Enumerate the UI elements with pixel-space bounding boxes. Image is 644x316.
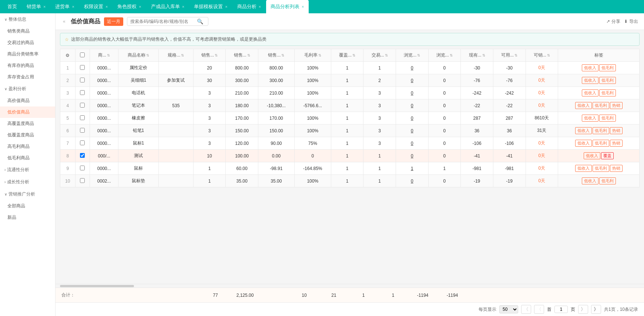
cell-checkbox[interactable]: [75, 87, 90, 99]
col-browse1[interactable]: 浏览...⇅: [396, 49, 429, 62]
close-analysis-list-icon[interactable]: ×: [302, 4, 304, 9]
sidebar-item-new-products[interactable]: 新品: [0, 212, 55, 223]
sidebar-item-low-value[interactable]: 低价值商品: [0, 106, 55, 118]
col-available[interactable]: 可用...⇅: [493, 49, 526, 62]
nav-product-analysis-list[interactable]: 商品分析列表 ×: [266, 0, 308, 13]
cell-checkbox[interactable]: [75, 112, 90, 125]
nav-sales-order[interactable]: 销货单 ×: [22, 0, 50, 13]
row-checkbox[interactable]: [80, 178, 85, 183]
close-role-icon[interactable]: ×: [139, 4, 141, 9]
cell-checkbox[interactable]: [75, 150, 90, 162]
col-profit-rate[interactable]: 毛利率⇅: [294, 49, 331, 62]
sidebar-collapse-button[interactable]: «: [61, 19, 67, 24]
sidebar-item-all-products[interactable]: 全部商品: [0, 200, 55, 212]
sidebar-item-inventory-capital[interactable]: 库存资金占用: [0, 71, 55, 83]
cell-browse1[interactable]: 0: [396, 125, 429, 137]
sidebar-item-in-stock-products[interactable]: 有库存的商品: [0, 60, 55, 71]
sidebar-section-overall[interactable]: ∨ 整体信息: [0, 13, 55, 26]
cell-browse1[interactable]: 0: [396, 175, 429, 187]
close-sales-order-icon[interactable]: ×: [43, 4, 46, 9]
cell-browse1[interactable]: 0: [396, 87, 429, 99]
browse1-link[interactable]: 0: [411, 179, 413, 184]
sidebar-item-high-coverage[interactable]: 高覆盖度商品: [0, 118, 55, 129]
nav-template-settings[interactable]: 单据模板设置 ×: [189, 0, 232, 13]
prev-page-button[interactable]: 〈: [534, 305, 544, 314]
cell-checkbox[interactable]: [75, 99, 90, 112]
sidebar-section-growth[interactable]: › 成长性分析: [0, 176, 55, 188]
sidebar-item-low-margin[interactable]: 低毛利商品: [0, 152, 55, 164]
row-checkbox[interactable]: [80, 103, 85, 108]
col-sales3[interactable]: 销售...⇅: [258, 49, 294, 62]
browse1-link[interactable]: 0: [411, 78, 413, 83]
sidebar-item-high-value[interactable]: 高价值商品: [0, 95, 55, 106]
cell-checkbox[interactable]: [75, 137, 90, 150]
cell-checkbox[interactable]: [75, 175, 90, 187]
sidebar-item-sales-products[interactable]: 销售类商品: [0, 26, 55, 37]
last-page-button[interactable]: 》: [591, 305, 601, 314]
close-purchase-order-icon[interactable]: ×: [72, 4, 74, 9]
sidebar-section-circulation[interactable]: › 流通性分析: [0, 164, 55, 176]
nav-purchase-order[interactable]: 进货单 ×: [51, 0, 78, 13]
col-spec[interactable]: 规格...⇅: [158, 49, 193, 62]
col-current[interactable]: 现有...⇅: [461, 49, 493, 62]
page-size-select[interactable]: 50 100 200: [499, 305, 518, 313]
col-browse2[interactable]: 浏览...⇅: [428, 49, 461, 62]
cell-browse1[interactable]: 0: [396, 137, 429, 150]
sidebar-item-category-sales-rate[interactable]: 商品分类销售率: [0, 48, 55, 60]
row-checkbox[interactable]: [80, 128, 85, 133]
col-sellable[interactable]: 可销...⇅: [526, 49, 558, 62]
row-checkbox[interactable]: [80, 65, 85, 70]
browse1-link[interactable]: 0: [411, 103, 413, 108]
col-sales1[interactable]: 销售...⇅: [193, 49, 226, 62]
row-checkbox[interactable]: [80, 153, 85, 158]
first-page-button[interactable]: 《: [521, 305, 531, 314]
nav-home[interactable]: 首页: [3, 0, 21, 13]
cell-browse1[interactable]: 0: [396, 62, 429, 74]
horizontal-scrollbar[interactable]: [56, 284, 644, 288]
col-transaction[interactable]: 交易...⇅: [363, 49, 396, 62]
search-icon[interactable]: 🔍: [197, 18, 203, 24]
browse1-link[interactable]: 0: [411, 116, 413, 121]
scroll-thumb[interactable]: [60, 285, 134, 287]
sidebar-section-marketing[interactable]: ∨ 营销推广分析: [0, 188, 55, 200]
row-checkbox[interactable]: [80, 90, 85, 95]
close-template-icon[interactable]: ×: [225, 4, 227, 9]
select-all-checkbox[interactable]: [80, 52, 85, 57]
row-checkbox[interactable]: [80, 166, 85, 170]
col-sales2[interactable]: 销售...⇅: [226, 49, 258, 62]
row-checkbox[interactable]: [80, 78, 85, 82]
nav-product-inbound[interactable]: 产成品入库单 ×: [147, 0, 189, 13]
sidebar-section-profit[interactable]: ∨ 盈利分析: [0, 83, 55, 95]
cell-checkbox[interactable]: [75, 62, 90, 74]
cell-browse1[interactable]: 0: [396, 150, 429, 162]
browse1-link[interactable]: 1: [411, 166, 413, 171]
browse1-link[interactable]: 0: [411, 65, 413, 71]
browse1-link[interactable]: 0: [411, 128, 413, 133]
nav-product-analysis[interactable]: 商品分析 ×: [233, 0, 265, 13]
cell-checkbox[interactable]: [75, 162, 90, 175]
row-checkbox[interactable]: [80, 140, 85, 145]
col-coverage[interactable]: 覆盖...⇅: [331, 49, 363, 62]
close-analysis-icon[interactable]: ×: [259, 4, 261, 9]
sidebar-item-high-margin[interactable]: 高毛利商品: [0, 141, 55, 152]
cell-browse1[interactable]: 0: [396, 99, 429, 112]
cell-browse1[interactable]: 1: [396, 162, 429, 175]
close-inbound-icon[interactable]: ×: [182, 4, 184, 9]
col-checkbox[interactable]: [75, 49, 90, 62]
page-number-input[interactable]: [554, 306, 568, 313]
share-button[interactable]: ↗ 分享: [606, 18, 620, 25]
browse1-link[interactable]: 0: [411, 153, 413, 159]
nav-permission-settings[interactable]: 权限设置 ×: [80, 0, 112, 13]
search-input[interactable]: [130, 19, 197, 24]
row-checkbox[interactable]: [80, 115, 85, 120]
sidebar-item-traded-products[interactable]: 交易过的商品: [0, 37, 55, 48]
cell-browse1[interactable]: 0: [396, 74, 429, 87]
cell-checkbox[interactable]: [75, 125, 90, 137]
col-settings[interactable]: ⚙: [60, 49, 76, 62]
nav-role-auth[interactable]: 角色授权 ×: [113, 0, 145, 13]
browse1-link[interactable]: 0: [411, 91, 413, 96]
sidebar-item-low-coverage[interactable]: 低覆盖度商品: [0, 129, 55, 141]
col-name[interactable]: 商品名称⇅: [118, 49, 158, 62]
period-button[interactable]: 近一月: [104, 17, 123, 26]
close-permission-icon[interactable]: ×: [105, 4, 108, 9]
